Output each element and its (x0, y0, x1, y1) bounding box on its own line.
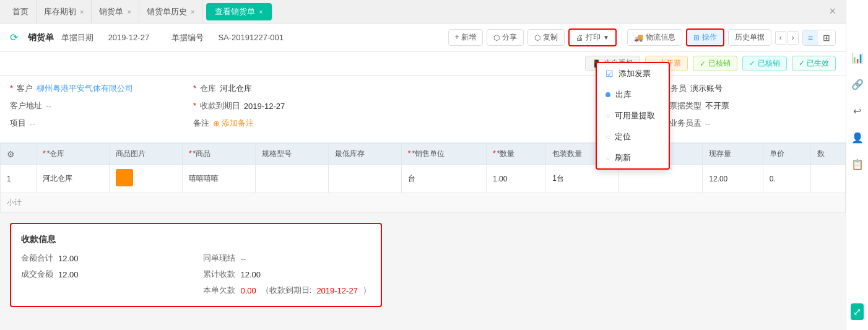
view-toggle: ≡ ⊞ (802, 30, 836, 46)
print-button[interactable]: 🖨 打印 ▼ (568, 28, 617, 46)
due-date-value: 2019-12-27 (244, 102, 285, 111)
number-label: 单据编号 SA-20191227-001 (171, 33, 293, 42)
payment-info-grid: 金额合计 12.00 同单现结 -- 成交金额 12.00 累计收款 12.00… (21, 253, 371, 296)
tab-view-sales-order[interactable]: 查看销货单 × (206, 3, 271, 20)
sidebar-link-icon[interactable]: 🔗 (849, 76, 866, 93)
cancelled-badge[interactable]: ✓ 已核销 (742, 56, 786, 71)
close-all-button[interactable]: × (824, 5, 841, 18)
tab-sales-order[interactable]: 销货单 × (92, 0, 139, 23)
add-note-button[interactable]: ⊕ 添加备注 (213, 118, 254, 129)
sidebar-expand-icon[interactable]: ⤢ (851, 303, 864, 317)
row-spec (255, 165, 328, 193)
col-product: **商品 (182, 144, 255, 165)
col-quantity: **数量 (487, 144, 546, 165)
share-icon: ⬡ (493, 33, 500, 42)
row-current-stock: 12.00 (703, 165, 763, 193)
close-tab-inventory[interactable]: × (80, 8, 84, 15)
row-sales-unit: 台 (401, 165, 486, 193)
tab-inventory-init[interactable]: 库存期初 × (37, 0, 92, 23)
date-label: 单据日期 2019-12-27 (61, 33, 162, 42)
arrears-value: 0.00 (240, 286, 256, 295)
status-bar: 📱 来自手机 ● 未开票 ✓ 已核销 ✓ 已核销 ✓ 已生效 (0, 52, 846, 76)
effective-icon: ✓ (799, 59, 805, 67)
checked-button[interactable]: ✓ 已核销 (693, 56, 737, 71)
product-table: ⚙ **仓库 商品图片 **商品 规格型号 最低库存 **销售单位 **数量 包… (0, 143, 846, 213)
form-section: * 客户 柳州粤港平安气体有限公司 * 仓库 河北仓库 业务员 演示账号 客户地… (0, 76, 846, 143)
separator-1 (622, 32, 622, 44)
menu-item-refresh[interactable]: ○ 刷新 (597, 147, 669, 168)
operations-button[interactable]: ⊞ 操作 (686, 28, 724, 46)
menu-item-outbound[interactable]: 出库 (597, 84, 669, 105)
tab-sales-history[interactable]: 销货单历史 × (139, 0, 202, 23)
same-order-row: 同单现结 -- (203, 253, 370, 264)
payment-info: 收款信息 金额合计 12.00 同单现结 -- 成交金额 12.00 累计收款 … (10, 223, 382, 307)
sidebar-clipboard-icon[interactable]: 📋 (849, 156, 866, 173)
print-icon: 🖨 (576, 33, 583, 42)
doc-type-icon: ⟳ (10, 32, 18, 43)
row-unit-price: 0. (763, 165, 810, 193)
project-field: 项目 -- (10, 118, 183, 129)
effective-badge[interactable]: ✓ 已生效 (792, 56, 836, 71)
list-view-button[interactable]: ≡ (803, 30, 818, 45)
salesman-value: -- (705, 119, 711, 128)
new-button[interactable]: + 新增 (448, 29, 483, 46)
menu-item-add-invoice[interactable]: ☑ 添加发票 (597, 63, 669, 84)
sidebar-chart-icon[interactable]: 📊 (849, 50, 866, 66)
col-settings[interactable]: ⚙ (1, 144, 37, 165)
row-product: 嘻嘻嘻嘻 (182, 165, 255, 193)
copy-icon: ⬡ (534, 33, 540, 42)
row-index: 1 (1, 165, 37, 193)
logistics-button[interactable]: 🚚 物流信息 (627, 29, 682, 46)
tab-home[interactable]: 首页 (5, 0, 37, 23)
document-header: ⟳ 销货单 单据日期 2019-12-27 单据编号 SA-20191227-0… (0, 24, 846, 52)
row-warehouse: 河北仓库 (37, 165, 110, 193)
doc-type-label: 销货单 (28, 32, 54, 43)
due-date-field: * 收款到期日 2019-12-27 (193, 100, 367, 111)
sidebar-undo-icon[interactable]: ↩ (851, 103, 864, 119)
invoice-field: * 票据类型 不开票 (662, 100, 836, 111)
doc-title-area: ⟳ 销货单 单据日期 2019-12-27 单据编号 SA-20191227-0… (10, 32, 303, 43)
copy-button[interactable]: ⬡ 复制 (527, 29, 565, 46)
row-product-image (110, 165, 183, 193)
share-button[interactable]: ⬡ 分享 (487, 29, 524, 46)
address-field: 客户地址 -- (10, 100, 183, 111)
customer-value[interactable]: 柳州粤港平安气体有限公司 (37, 83, 133, 94)
tab-bar: 首页 库存期初 × 销货单 × 销货单历史 × 查看销货单 × × (0, 0, 846, 24)
row-amount (810, 165, 845, 193)
close-tab-history[interactable]: × (191, 8, 194, 15)
col-current-stock: 现存量 (703, 144, 763, 165)
form-row-3: 项目 -- 备注 ⊕ 添加备注 * 业务员盂 -- (10, 118, 836, 129)
cumulative-row: 累计收款 12.00 (203, 269, 370, 280)
subtotal-label: 小计 (1, 193, 846, 213)
form-row-1: * 客户 柳州粤港平安气体有限公司 * 仓库 河北仓库 业务员 演示账号 (10, 83, 836, 94)
doc-actions: + 新增 ⬡ 分享 ⬡ 复制 🖨 打印 ▼ 🚚 物流信息 ⊞ 操作 (448, 28, 836, 46)
transaction-row: 成交金额 12.00 (21, 269, 188, 280)
warehouse-value: 河北仓库 (220, 83, 252, 94)
check-icon: ✓ (700, 59, 706, 68)
form-row-2: 客户地址 -- * 收款到期日 2019-12-27 * 票据类型 不开票 (10, 100, 836, 111)
arrears-row: 本单欠款 0.00 （收款到期日: 2019-12-27 ） (203, 285, 370, 296)
logistics-icon: 🚚 (634, 33, 643, 42)
col-amount: 数 (810, 144, 845, 165)
invoice-value: 不开票 (705, 100, 729, 111)
sidebar-user-icon[interactable]: 👤 (849, 129, 866, 146)
project-value: -- (30, 119, 35, 128)
doc-meta: 单据日期 2019-12-27 单据编号 SA-20191227-001 (61, 32, 303, 43)
warehouse-field: * 仓库 河北仓库 (193, 83, 367, 94)
menu-item-available-qty[interactable]: ○ 可用量提取 (597, 105, 669, 126)
operations-icon: ⊞ (693, 33, 700, 42)
add-icon: ⊕ (213, 119, 220, 128)
customer-field: * 客户 柳州粤港平安气体有限公司 (10, 83, 183, 94)
close-tab-sales[interactable]: × (127, 8, 131, 15)
grid-view-button[interactable]: ⊞ (818, 30, 835, 45)
next-button[interactable]: › (788, 31, 799, 45)
right-sidebar: 📊 🔗 ↩ 👤 📋 ⤢ (846, 0, 868, 317)
salesman-field: * 业务员盂 -- (662, 118, 836, 129)
history-button[interactable]: 历史单据 (728, 29, 771, 46)
arrears-date: 2019-12-27 (316, 286, 358, 295)
prev-button[interactable]: ‹ (775, 31, 786, 45)
menu-item-locate[interactable]: ○ 定位 (597, 126, 669, 147)
amount-total-row: 金额合计 12.00 (21, 253, 188, 264)
close-tab-view[interactable]: × (259, 8, 263, 15)
bottom-section: 收款信息 金额合计 12.00 同单现结 -- 成交金额 12.00 累计收款 … (0, 213, 846, 317)
